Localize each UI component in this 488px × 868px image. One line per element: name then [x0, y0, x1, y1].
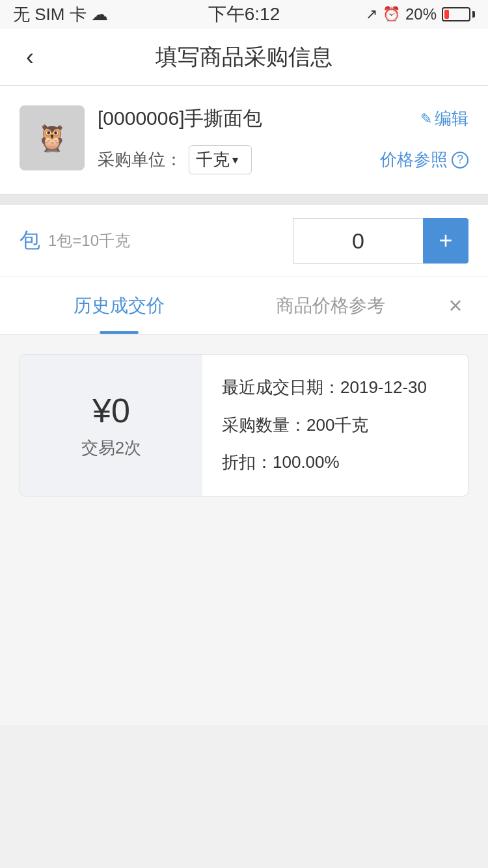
purchase-unit-row: 采购单位： 千克 ▾ 价格参照 ?	[98, 145, 468, 174]
quantity-input-group: +	[293, 218, 468, 264]
purchase-unit-label: 采购单位：	[98, 148, 182, 171]
status-left: 无 SIM 卡 ☁	[13, 3, 108, 26]
product-info: [0000006]手撕面包 ✎ 编辑 采购单位： 千克 ▾ 价格参照 ?	[98, 105, 468, 174]
quantity-input[interactable]	[293, 218, 423, 264]
unit-select[interactable]: 千克 ▾	[189, 145, 252, 174]
price-reference-link[interactable]: 价格参照 ?	[380, 148, 468, 171]
status-bar: 无 SIM 卡 ☁ 下午6:12 ↗ ⏰ 20%	[0, 0, 488, 29]
sim-label: 无 SIM 卡 ☁	[13, 3, 108, 26]
location-icon: ↗	[366, 6, 377, 23]
nav-bar: ‹ 填写商品采购信息	[0, 29, 488, 86]
section-divider	[0, 195, 488, 205]
plus-button[interactable]: +	[423, 218, 468, 264]
unit-value: 千克	[196, 148, 230, 171]
status-time: 下午6:12	[208, 2, 280, 27]
tab-product-price-ref-label: 商品价格参考	[276, 293, 385, 318]
unit-conversion: 1包=10千克	[48, 230, 130, 251]
discount-value: 100.00%	[273, 452, 340, 472]
price-card: ¥0 交易2次 最近成交日期：2019-12-30 采购数量：200千克 折扣：…	[20, 354, 468, 496]
recent-date-value: 2019-12-30	[340, 377, 427, 397]
purchase-qty-label: 采购数量：	[222, 415, 306, 435]
tabs-bar: 历史成交价 商品价格参考 ×	[0, 277, 488, 334]
help-icon: ?	[452, 152, 468, 169]
page-title: 填写商品采购信息	[156, 42, 332, 72]
quantity-label: 包 1包=10千克	[20, 226, 130, 255]
price-ref-label: 价格参照	[380, 148, 448, 171]
discount-row: 折扣：100.00%	[222, 449, 448, 476]
product-card: 🦉 [0000006]手撕面包 ✎ 编辑 采购单位： 千克 ▾ 价格参照 ?	[0, 86, 488, 195]
purchase-qty-row: 采购数量：200千克	[222, 412, 448, 439]
purchase-qty-value: 200千克	[306, 415, 368, 435]
tab-active-indicator	[100, 331, 139, 334]
tab-history-price-label: 历史成交价	[74, 293, 165, 318]
alarm-icon: ⏰	[383, 6, 400, 23]
purchase-unit-left: 采购单位： 千克 ▾	[98, 145, 252, 174]
product-logo-icon: 🦉	[36, 123, 68, 154]
recent-date-label: 最近成交日期：	[222, 377, 340, 397]
recent-date-row: 最近成交日期：2019-12-30	[222, 374, 448, 401]
product-image: 🦉	[20, 105, 85, 170]
edit-button[interactable]: ✎ 编辑	[420, 107, 468, 130]
discount-label: 折扣：	[222, 452, 273, 472]
price-value: ¥0	[92, 391, 130, 430]
close-button[interactable]: ×	[436, 292, 475, 319]
battery-indicator	[442, 7, 475, 21]
content-area: ¥0 交易2次 最近成交日期：2019-12-30 采购数量：200千克 折扣：…	[0, 334, 488, 725]
price-card-right: 最近成交日期：2019-12-30 采购数量：200千克 折扣：100.00%	[202, 355, 468, 496]
tab-product-price-ref[interactable]: 商品价格参考	[224, 277, 436, 334]
edit-icon: ✎	[420, 111, 432, 128]
product-name-row: [0000006]手撕面包 ✎ 编辑	[98, 105, 468, 132]
edit-label: 编辑	[435, 107, 468, 130]
price-transactions: 交易2次	[81, 437, 141, 459]
back-button[interactable]: ‹	[20, 37, 40, 77]
product-name: [0000006]手撕面包	[98, 105, 262, 132]
unit-badge: 包	[20, 226, 40, 255]
tab-history-price[interactable]: 历史成交价	[13, 277, 224, 334]
quantity-row: 包 1包=10千克 +	[0, 205, 488, 277]
dropdown-icon: ▾	[232, 153, 238, 167]
battery-percent: 20%	[405, 5, 437, 23]
price-card-left: ¥0 交易2次	[20, 355, 202, 496]
status-right: ↗ ⏰ 20%	[366, 5, 475, 23]
